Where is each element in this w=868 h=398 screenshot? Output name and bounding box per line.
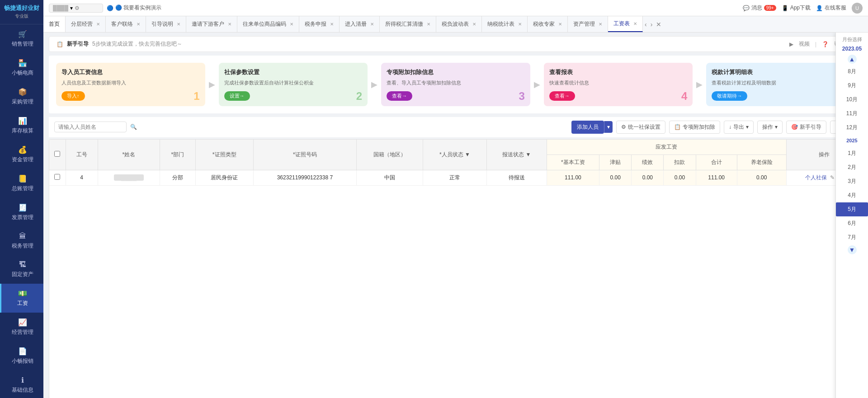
social-security-button[interactable]: ⚙ 统一社保设置 xyxy=(616,121,665,134)
action-button[interactable]: 操作 ▾ xyxy=(757,121,783,134)
tab-nav-next[interactable]: › xyxy=(649,21,655,28)
month-item-11[interactable]: 11月 xyxy=(836,107,868,121)
tab-tax-stat[interactable]: 纳税统计表 ✕ xyxy=(482,16,528,32)
sidebar-item-assets[interactable]: 🏗 固定资产 xyxy=(0,255,43,284)
month-down-button[interactable]: ▼ xyxy=(848,245,857,254)
tab-close-all[interactable]: ✕ xyxy=(654,21,663,28)
tab-close-icon[interactable]: ✕ xyxy=(290,22,293,27)
add-employee-button[interactable]: 添加人员 xyxy=(571,121,604,134)
tab-product-code[interactable]: 往来单位商品编码 ✕ xyxy=(237,16,299,32)
top-header: ████ ▾ ⚙ 🔵 🔵 我要看实例演示 💬 消息 99+ 📱 App下载 👤 … xyxy=(43,0,868,16)
sidebar-item-purchase[interactable]: 📦 采购管理 xyxy=(0,82,43,111)
avatar[interactable]: U xyxy=(852,3,863,14)
tab-tax-expert[interactable]: 税收专家 ✕ xyxy=(528,16,568,32)
demo-link[interactable]: 🔵 🔵 我要看实例演示 xyxy=(107,4,161,12)
step-3-button[interactable]: 查看→ xyxy=(387,91,412,101)
tab-income-tax[interactable]: 所得税汇算清缴 ✕ xyxy=(380,16,436,32)
month-item-9[interactable]: 9月 xyxy=(836,79,868,93)
online-service-button[interactable]: 👤 在线客服 xyxy=(816,4,846,12)
action-label: 操作 xyxy=(762,123,773,131)
step-4-desc: 快速查看统计信息 xyxy=(549,79,688,87)
month-item-8[interactable]: 8月 xyxy=(836,65,868,79)
month-item-10[interactable]: 10月 xyxy=(836,93,868,107)
cell-id-type: 居民身份证 xyxy=(195,170,253,185)
month-item-4[interactable]: 4月 xyxy=(836,188,868,202)
tab-payroll[interactable]: 工资表 ✕ xyxy=(608,16,643,32)
sidebar-item-label: 基础信息 xyxy=(12,386,33,394)
sidebar-item-ecommerce[interactable]: 🏪 小畅电商 xyxy=(0,53,43,82)
sidebar-item-expense[interactable]: 📄 小畅报销 xyxy=(0,342,43,370)
tab-tiered[interactable]: 分层经营 ✕ xyxy=(66,16,106,32)
month-item-1[interactable]: 1月 xyxy=(836,146,868,160)
cell-pension: 0.00 xyxy=(737,170,786,185)
sidebar-item-label: 小畅电商 xyxy=(12,69,33,77)
step-2-button[interactable]: 设置→ xyxy=(224,91,250,101)
tab-register[interactable]: 进入清册 ✕ xyxy=(340,16,380,32)
sidebar-logo: 畅捷通好业财 专业版 xyxy=(0,0,43,24)
sidebar-item-tax[interactable]: 🏛 税务管理 xyxy=(0,227,43,255)
row-checkbox[interactable] xyxy=(54,174,60,180)
new-guide-button[interactable]: 🎯 新手引导 xyxy=(786,121,826,134)
step-5-button[interactable]: 敬请期待→ xyxy=(712,91,747,101)
tab-register-label: 进入清册 xyxy=(345,20,367,28)
sidebar: 畅捷通好业财 专业版 🛒 销售管理 🏪 小畅电商 📦 采购管理 📊 库存核算 💰… xyxy=(0,0,43,398)
tab-close-icon[interactable]: ✕ xyxy=(96,22,100,27)
month-item-5[interactable]: 5月 xyxy=(836,202,868,216)
col-id-num: *证照号码 xyxy=(253,140,356,170)
sidebar-item-inventory[interactable]: 📊 库存核算 xyxy=(0,111,43,140)
sidebar-item-operations[interactable]: 📈 经营管理 xyxy=(0,313,43,342)
sidebar-item-payroll[interactable]: 💵 工资 xyxy=(0,284,43,313)
sidebar-item-ledger[interactable]: 📒 总账管理 xyxy=(0,169,43,198)
search-button[interactable]: 🔍 xyxy=(130,124,137,130)
tab-tax-report[interactable]: 税务申报 ✕ xyxy=(299,16,340,32)
month-item-12[interactable]: 12月 xyxy=(836,121,868,135)
tab-close-icon[interactable]: ✕ xyxy=(599,22,602,27)
sidebar-item-invoice[interactable]: 🧾 发票管理 xyxy=(0,198,43,227)
company-selector[interactable]: ████ ▾ ⚙ xyxy=(49,4,103,13)
sidebar-item-basic-info[interactable]: ℹ 基础信息 xyxy=(0,370,43,398)
cell-deduction: 0.00 xyxy=(664,170,696,185)
video-label[interactable]: 视频 xyxy=(799,40,810,48)
message-button[interactable]: 💬 消息 99+ xyxy=(743,4,776,12)
step-1-button[interactable]: 导入↑ xyxy=(61,91,85,101)
step-3-num: 3 xyxy=(519,90,524,103)
tab-close-icon[interactable]: ✕ xyxy=(137,22,140,27)
tab-nav-prev[interactable]: ‹ xyxy=(643,21,649,28)
month-item-2[interactable]: 2月 xyxy=(836,160,868,174)
tab-close-icon[interactable]: ✕ xyxy=(518,22,522,27)
sidebar-item-sales[interactable]: 🛒 销售管理 xyxy=(0,24,43,53)
edit-icon[interactable]: ✎ xyxy=(830,174,835,181)
add-employee-dropdown[interactable]: ▾ xyxy=(604,121,613,133)
tab-close-icon[interactable]: ✕ xyxy=(330,22,334,27)
tab-payroll-close-icon[interactable]: ✕ xyxy=(633,21,637,26)
app-download-button[interactable]: 📱 App下载 xyxy=(782,4,811,12)
tab-close-icon[interactable]: ✕ xyxy=(558,22,562,27)
tab-tax-report-label: 税务申报 xyxy=(305,20,326,28)
tab-close-icon[interactable]: ✕ xyxy=(427,22,430,27)
month-item-3[interactable]: 3月 xyxy=(836,174,868,188)
export-button[interactable]: ↓ 导出 ▾ xyxy=(724,121,754,134)
month-up-button[interactable]: ▲ xyxy=(848,55,857,64)
tab-customer[interactable]: 客户联络 ✕ xyxy=(106,16,146,32)
tab-guide[interactable]: 引导说明 ✕ xyxy=(146,16,186,32)
tab-close-icon[interactable]: ✕ xyxy=(177,22,180,27)
tab-tax-burden[interactable]: 税负波动表 ✕ xyxy=(436,16,482,32)
personal-social-security-link[interactable]: 个人社保 xyxy=(805,174,827,181)
special-deduction-button[interactable]: 📋 专项附加扣除 xyxy=(669,121,720,134)
step-4-button[interactable]: 查看→ xyxy=(549,91,575,101)
tab-close-icon[interactable]: ✕ xyxy=(370,22,374,27)
select-all-checkbox[interactable] xyxy=(54,151,60,157)
tab-close-icon[interactable]: ✕ xyxy=(228,22,231,27)
tab-assets[interactable]: 资产管理 ✕ xyxy=(568,16,608,32)
month-item-7[interactable]: 7月 xyxy=(836,230,868,244)
search-input[interactable] xyxy=(54,122,127,132)
step-4-num: 4 xyxy=(681,90,687,103)
tab-invite[interactable]: 邀请下游客户 ✕ xyxy=(186,16,237,32)
tab-close-icon[interactable]: ✕ xyxy=(472,22,476,27)
tab-home[interactable]: 首页 xyxy=(43,16,66,32)
month-item-6[interactable]: 6月 xyxy=(836,216,868,230)
tab-tax-expert-label: 税收专家 xyxy=(533,20,555,28)
sidebar-item-finance[interactable]: 💰 资金管理 xyxy=(0,140,43,169)
setting-icon: ⚙ xyxy=(621,124,626,130)
ecommerce-icon: 🏪 xyxy=(18,59,27,67)
